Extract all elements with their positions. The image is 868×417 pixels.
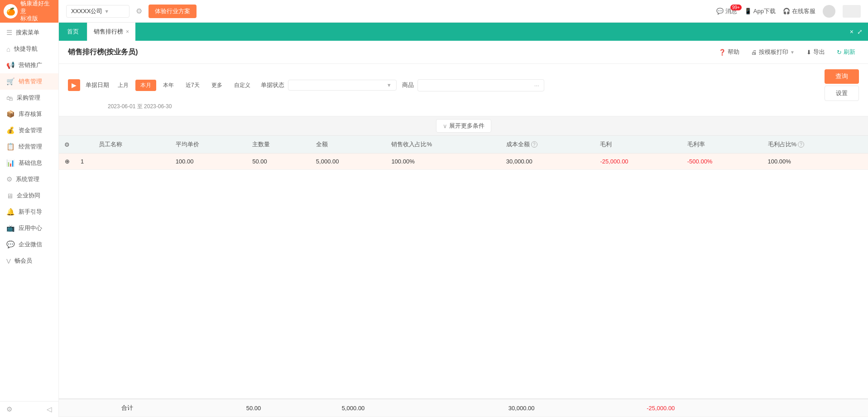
status-select[interactable]: ▼: [288, 80, 397, 91]
prev-month-btn[interactable]: 上月: [113, 80, 134, 91]
row-sales-pct: 100.00%: [386, 153, 500, 170]
sidebar-item-vip[interactable]: V畅会员: [0, 253, 58, 269]
trial-button[interactable]: 体验行业方案: [149, 5, 197, 18]
page-actions: ❓ 帮助 🖨 按模板打印 ▼ ⬇ 导出 ↻ 刷新: [715, 46, 859, 63]
user-name-display: [843, 5, 861, 18]
goods-more-icon: ···: [534, 82, 539, 89]
sidebar-item-app-center[interactable]: 📺应用中心: [0, 220, 58, 236]
table-row: ⊕ 1 100.00 50.00 5,000.00 100.00% 30,000…: [59, 153, 868, 170]
footer-table: 合计 50.00 5,000.00 30,000.00 -25,000.00: [59, 399, 868, 417]
status-filter-group: 单据状态 ▼: [261, 80, 397, 91]
refresh-icon: ↻: [837, 49, 842, 56]
7days-btn[interactable]: 近7天: [181, 80, 205, 91]
refresh-button[interactable]: ↻ 刷新: [833, 46, 859, 58]
sidebar-item-basic-info[interactable]: 📊基础信息: [0, 155, 58, 171]
nav-icon-marketing: 📢: [6, 61, 15, 69]
date-filter-buttons: 上月 本月 本年 近7天 更多 自定义: [113, 80, 255, 91]
th-avg-price: 平均单价: [170, 136, 247, 153]
row-employee: [93, 153, 170, 170]
sidebar-settings-icon[interactable]: ⚙: [6, 405, 12, 413]
nav-icon-finance: 💰: [6, 126, 15, 134]
print-icon: 🖨: [751, 49, 757, 56]
goods-input[interactable]: ···: [417, 79, 544, 91]
custom-date-btn[interactable]: 自定义: [229, 80, 255, 91]
user-avatar[interactable]: [823, 5, 835, 18]
th-gross-pct: 毛利占比% ?: [762, 136, 868, 153]
date-filter-label: 单据日期: [86, 81, 109, 89]
sidebar-item-finance[interactable]: 💰资金管理: [0, 122, 58, 139]
logo-icon: 🍊: [4, 4, 18, 19]
th-settings[interactable]: ⚙: [59, 136, 75, 153]
phone-icon: 📱: [744, 8, 752, 14]
tab-close-icon[interactable]: ×: [126, 29, 129, 35]
sidebar-collapse-icon[interactable]: ◁: [47, 405, 52, 413]
topbar-settings-icon[interactable]: ⚙: [136, 7, 142, 15]
row-avg-price: 100.00: [170, 153, 247, 170]
th-main-qty: 主数量: [247, 136, 311, 153]
tab-sales-ranking[interactable]: 销售排行榜 ×: [87, 23, 135, 41]
more-date-btn[interactable]: 更多: [206, 80, 227, 91]
chevron-down-icon: ∨: [443, 123, 447, 129]
company-dropdown-icon: ▼: [104, 9, 109, 14]
tab-maximize-icon[interactable]: ⤢: [857, 28, 863, 35]
goods-filter-label: 商品: [402, 81, 414, 89]
query-button[interactable]: 查询: [825, 69, 859, 84]
sidebar-item-sales[interactable]: 🛒销售管理: [0, 73, 58, 90]
page-title: 销售排行榜(按业务员): [68, 48, 138, 62]
nav-icon-basic-info: 📊: [6, 159, 15, 167]
tab-home[interactable]: 首页: [59, 23, 87, 41]
template-print-button[interactable]: 🖨 按模板打印 ▼: [748, 46, 798, 58]
footer-amount: 5,000.00: [336, 399, 462, 417]
company-selector[interactable]: XXXXX公司 ▼: [66, 5, 129, 18]
footer-main-qty: 50.00: [241, 399, 336, 417]
sidebar-item-enterprise-wechat[interactable]: 💬企业微信: [0, 236, 58, 253]
chat-icon: 💬: [716, 8, 724, 14]
nav-icon-system: ⚙: [6, 175, 12, 183]
th-gross-rate: 毛利率: [682, 136, 762, 153]
sidebar-item-inventory[interactable]: 📦库存核算: [0, 106, 58, 122]
sidebar-item-purchase[interactable]: 🛍采购管理: [0, 90, 58, 106]
footer-row: 合计 50.00 5,000.00 30,000.00 -25,000.00: [59, 399, 868, 417]
table-header: ⚙ 员工名称 平均单价 主数量 全额 销售收入占比% 成本全额 ?: [59, 136, 868, 153]
footer-total-label: 合计: [116, 399, 201, 417]
sidebar-nav: ☰搜索菜单⌂快捷导航📢营销推广🛒销售管理🛍采购管理📦库存核算💰资金管理📋经营管理…: [0, 23, 58, 401]
table-footer: 合计 50.00 5,000.00 30,000.00 -25,000.00: [59, 398, 868, 417]
cost-info-icon[interactable]: ?: [531, 141, 537, 148]
online-service-button[interactable]: 🎧 在线客服: [783, 7, 815, 15]
nav-icon-quick-nav: ⌂: [6, 45, 10, 53]
nav-icon-operations: 📋: [6, 143, 15, 151]
th-amount: 全额: [311, 136, 386, 153]
tabbar: 首页 销售排行榜 × × ⤢: [59, 23, 868, 41]
app-download-button[interactable]: 📱 App下载: [744, 7, 776, 15]
logo-text: 畅康通好生意 标准版: [20, 0, 55, 23]
expand-more-section: ∨ 展开更多条件: [59, 116, 868, 136]
settings-button[interactable]: 设置: [825, 86, 859, 101]
page-content: 销售排行榜(按业务员) ❓ 帮助 🖨 按模板打印 ▼ ⬇ 导出 ↻ 刷新: [59, 41, 868, 417]
sidebar-item-system[interactable]: ⚙系统管理: [0, 171, 58, 187]
row-settings[interactable]: ⊕: [59, 153, 75, 170]
nav-icon-enterprise-coop: 🖥: [6, 192, 13, 200]
sidebar-item-marketing[interactable]: 📢营销推广: [0, 57, 58, 73]
date-range-display: 2023-06-01 至 2023-06-30: [106, 103, 859, 110]
sidebar-item-search-order[interactable]: ☰搜索菜单: [0, 24, 58, 41]
filter-collapse-arrow[interactable]: ▶: [68, 79, 80, 91]
sidebar-item-quick-nav[interactable]: ⌂快捷导航: [0, 41, 58, 57]
th-gross: 毛利: [595, 136, 681, 153]
message-button[interactable]: 💬 消息 99+: [716, 7, 737, 15]
sidebar-footer: ⚙ ◁: [0, 401, 58, 417]
sidebar-item-operations[interactable]: 📋经营管理: [0, 139, 58, 155]
export-button[interactable]: ⬇ 导出: [803, 46, 829, 58]
row-gross: -25,000.00: [595, 153, 681, 170]
current-month-btn[interactable]: 本月: [135, 80, 156, 91]
nav-icon-vip: V: [6, 257, 11, 265]
current-year-btn[interactable]: 本年: [158, 80, 179, 91]
th-cost: 成本全额 ?: [501, 136, 595, 153]
tab-minimize-icon[interactable]: ×: [850, 28, 854, 35]
gross-pct-info-icon[interactable]: ?: [798, 141, 804, 148]
headset-icon: 🎧: [783, 8, 790, 14]
help-button[interactable]: ❓ 帮助: [715, 46, 743, 58]
expand-more-button[interactable]: ∨ 展开更多条件: [436, 119, 491, 133]
sidebar-item-newbie[interactable]: 🔔新手引导: [0, 204, 58, 220]
row-amount: 5,000.00: [311, 153, 386, 170]
sidebar-item-enterprise-coop[interactable]: 🖥企业协同: [0, 187, 58, 204]
